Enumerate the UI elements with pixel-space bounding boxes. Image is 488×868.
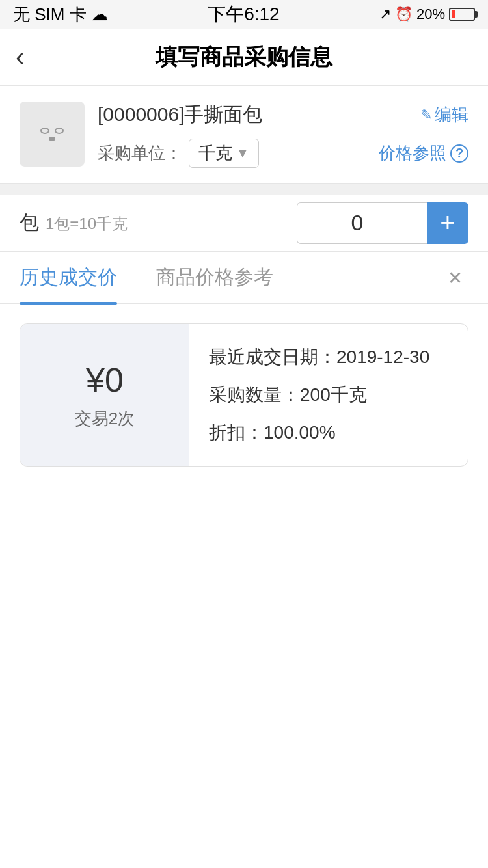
- battery-icon: [449, 8, 475, 21]
- nav-bar: ‹ 填写商品采购信息: [0, 29, 488, 86]
- signal-text: 无 SIM 卡 ☁: [13, 3, 108, 26]
- unit-select[interactable]: 千克 ▼: [189, 139, 259, 168]
- price-reference-button[interactable]: 价格参照 ?: [379, 142, 468, 165]
- history-discount-label: 折扣：: [209, 422, 264, 442]
- footer-space: [0, 486, 488, 868]
- history-date-row: 最近成交日期：2019-12-30: [209, 344, 448, 371]
- product-name-row: [0000006]手撕面包 ✎ 编辑: [98, 102, 468, 128]
- tab-price-ref-label: 商品价格参考: [156, 264, 273, 291]
- quantity-plus-button[interactable]: +: [427, 202, 468, 244]
- history-price-panel: ¥0 交易2次: [20, 324, 189, 466]
- owl-eye-left: [40, 128, 49, 134]
- price-ref-label: 价格参照: [379, 142, 446, 165]
- section-divider: [0, 184, 488, 195]
- history-qty-row: 采购数量：200千克: [209, 381, 448, 409]
- battery-text: 20%: [416, 6, 445, 23]
- status-time: 下午6:12: [208, 2, 280, 27]
- tabs-left: 历史成交价 商品价格参考: [20, 251, 273, 304]
- history-transaction-count: 交易2次: [75, 407, 135, 430]
- product-image: [33, 115, 72, 154]
- tab-history-label: 历史成交价: [20, 264, 117, 291]
- history-card: ¥0 交易2次 最近成交日期：2019-12-30 采购数量：200千克 折扣：…: [20, 323, 468, 467]
- status-bar: 无 SIM 卡 ☁ 下午6:12 ↗ ⏰ 20%: [0, 0, 488, 29]
- quantity-unit: 包: [20, 210, 39, 236]
- history-date-label: 最近成交日期：: [209, 347, 336, 367]
- tab-price-reference[interactable]: 商品价格参考: [156, 251, 273, 304]
- back-button[interactable]: ‹: [16, 42, 24, 72]
- tab-content: ¥0 交易2次 最近成交日期：2019-12-30 采购数量：200千克 折扣：…: [0, 304, 488, 486]
- quantity-label-wrap: 包 1包=10千克: [20, 210, 128, 236]
- history-date-value: 2019-12-30: [336, 347, 429, 367]
- history-qty-value: 200千克: [300, 385, 367, 405]
- unit-value: 千克: [198, 142, 232, 165]
- tab-close-button[interactable]: ×: [442, 258, 468, 298]
- history-detail-panel: 最近成交日期：2019-12-30 采购数量：200千克 折扣：100.00%: [189, 324, 468, 466]
- purchase-unit-row: 采购单位： 千克 ▼ 价格参照 ?: [98, 139, 468, 168]
- tabs-bar: 历史成交价 商品价格参考 ×: [0, 252, 488, 304]
- page-title: 填写商品采购信息: [156, 42, 332, 72]
- quantity-conversion: 1包=10千克: [46, 213, 128, 234]
- unit-label: 采购单位：: [98, 142, 182, 165]
- product-thumbnail: [20, 102, 85, 167]
- quantity-input[interactable]: [297, 202, 427, 244]
- history-qty-label: 采购数量：: [209, 385, 300, 405]
- history-discount-row: 折扣：100.00%: [209, 419, 448, 446]
- status-left: 无 SIM 卡 ☁: [13, 3, 108, 26]
- tabs-container: 历史成交价 商品价格参考 × ¥0 交易2次 最近成交日期：2019-12-30: [0, 252, 488, 486]
- price-ref-help-icon: ?: [450, 144, 468, 163]
- owl-beak: [49, 137, 55, 141]
- quantity-input-wrap: +: [297, 202, 468, 244]
- history-price-value: ¥0: [86, 360, 124, 400]
- status-right: ↗ ⏰ 20%: [379, 6, 475, 23]
- product-name: [0000006]手撕面包: [98, 102, 262, 128]
- dropdown-arrow-icon: ▼: [236, 146, 249, 161]
- product-card: [0000006]手撕面包 ✎ 编辑 采购单位： 千克 ▼ 价格参照 ?: [0, 86, 488, 184]
- location-icon: ↗: [379, 6, 391, 23]
- product-info: [0000006]手撕面包 ✎ 编辑 采购单位： 千克 ▼ 价格参照 ?: [98, 102, 468, 168]
- edit-icon: ✎: [420, 107, 432, 124]
- alarm-icon: ⏰: [395, 6, 413, 23]
- history-discount-value: 100.00%: [264, 422, 336, 442]
- edit-button[interactable]: ✎ 编辑: [420, 103, 468, 126]
- owl-eye-right: [55, 128, 64, 134]
- tab-active-underline: [20, 302, 117, 305]
- tab-history-price[interactable]: 历史成交价: [20, 251, 117, 304]
- quantity-row: 包 1包=10千克 +: [0, 195, 488, 252]
